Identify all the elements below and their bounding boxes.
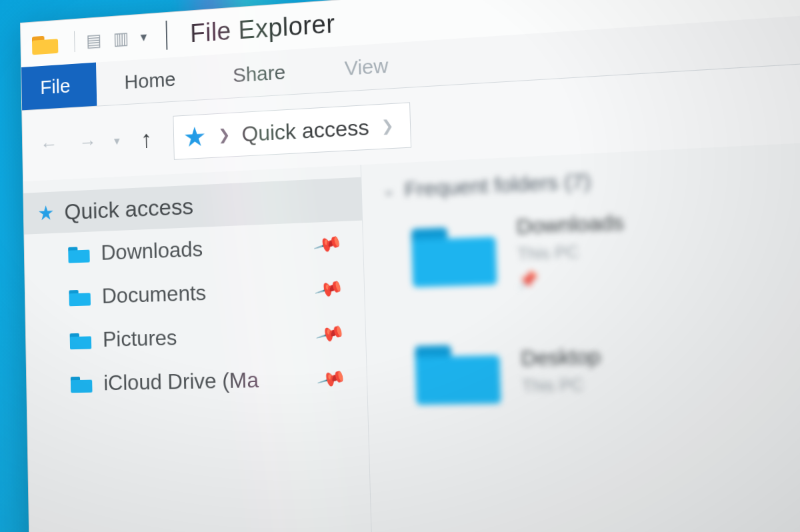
nav-history-dropdown[interactable]: ▾: [114, 133, 120, 148]
tile-name: Desktop: [521, 345, 601, 371]
tab-home[interactable]: Home: [96, 55, 204, 106]
folder-tile[interactable]: Downloads This PC 📌: [411, 191, 800, 293]
qat-customize-dropdown[interactable]: ▾: [140, 29, 147, 45]
desktop: ▤ ▥ ▾ File Explorer File Home Share View…: [0, 0, 800, 532]
tile-location: This PC: [517, 241, 625, 265]
folder-icon: [32, 32, 59, 55]
pin-icon: 📌: [312, 229, 343, 260]
folder-tiles: Downloads This PC 📌 Desktop This PC: [383, 191, 800, 405]
star-icon: ★: [37, 201, 55, 225]
window-title: File Explorer: [190, 9, 335, 47]
tab-view[interactable]: View: [314, 41, 419, 93]
quick-access-toolbar: ▤ ▥ ▾: [74, 26, 147, 52]
qat-properties-icon[interactable]: ▤: [86, 29, 102, 51]
nav-forward-button[interactable]: →: [75, 131, 100, 154]
folder-icon: [411, 221, 497, 287]
chevron-right-icon[interactable]: ❯: [381, 117, 394, 135]
folder-icon: [70, 331, 92, 349]
content-pane: ⌄ Frequent folders (7) Downloads This PC…: [361, 129, 800, 532]
sidebar-item-label: iCloud Drive (Ma: [103, 367, 259, 395]
pin-icon: 📌: [518, 267, 626, 289]
tile-location: This PC: [521, 375, 602, 396]
tile-meta: Downloads This PC 📌: [516, 211, 626, 290]
breadcrumb-root[interactable]: Quick access: [241, 115, 369, 147]
sidebar-item-label: Downloads: [101, 237, 203, 265]
pin-icon: 📌: [316, 363, 347, 395]
separator: [165, 21, 167, 50]
tile-meta: Desktop This PC: [521, 345, 602, 396]
pin-icon: 📌: [313, 273, 345, 305]
sidebar-item-icloud-drive[interactable]: iCloud Drive (Ma 📌: [27, 355, 367, 406]
chevron-down-icon: ⌄: [382, 181, 395, 200]
sidebar-item-label: Documents: [101, 281, 206, 309]
file-explorer-window: ▤ ▥ ▾ File Explorer File Home Share View…: [20, 0, 800, 532]
address-bar[interactable]: ★ ❯ Quick access ❯: [173, 102, 411, 160]
folder-icon: [69, 288, 91, 306]
folder-icon: [71, 375, 93, 393]
nav-back-button[interactable]: ←: [36, 133, 61, 155]
qat-newfolder-icon[interactable]: ▥: [113, 27, 129, 49]
nav-up-button[interactable]: ↑: [133, 125, 159, 154]
explorer-body: ★ Quick access Downloads 📌 Documents 📌 P…: [23, 129, 800, 532]
tab-file[interactable]: File: [21, 63, 97, 111]
tab-share[interactable]: Share: [203, 48, 315, 99]
folder-icon: [68, 245, 90, 263]
sidebar-header-label: Quick access: [64, 193, 193, 225]
sidebar-item-label: Pictures: [103, 325, 177, 352]
folder-icon: [415, 340, 501, 405]
folder-tile[interactable]: Desktop This PC: [415, 325, 800, 405]
pin-icon: 📌: [315, 318, 346, 349]
group-header-label: Frequent folders (7): [404, 169, 591, 201]
navigation-pane: ★ Quick access Downloads 📌 Documents 📌 P…: [23, 165, 377, 532]
quick-access-star-icon: ★: [183, 123, 207, 151]
sidebar-item-pictures[interactable]: Pictures 📌: [26, 310, 366, 363]
tile-name: Downloads: [516, 211, 624, 239]
separator: [74, 31, 75, 52]
chevron-right-icon: ❯: [218, 126, 230, 144]
